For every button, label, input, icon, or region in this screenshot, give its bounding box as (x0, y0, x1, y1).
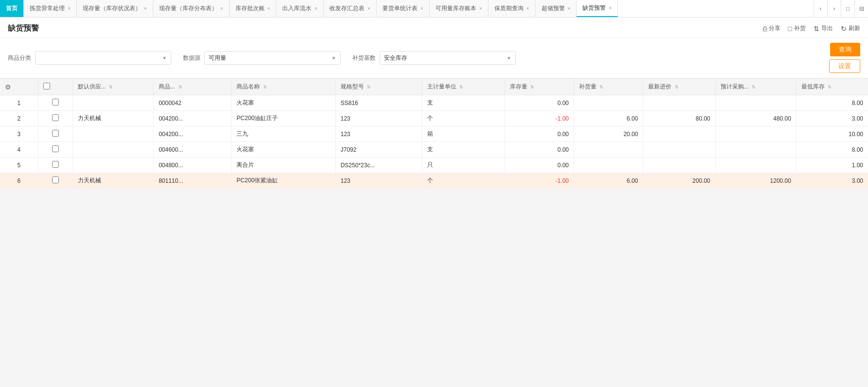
row-checkbox[interactable] (52, 145, 59, 152)
cell-checkbox[interactable] (38, 111, 72, 126)
tab-nav-buttons: ‹ › □ ⊟ (814, 0, 868, 18)
th-replenish[interactable]: 补货量 ⇅ (574, 79, 643, 95)
th-plan-purchase[interactable]: 预计采购... ⇅ (715, 79, 796, 95)
cell-index: 6 (0, 173, 38, 189)
th-stock[interactable]: 库存量 ⇅ (505, 79, 574, 95)
cell-checkbox[interactable] (38, 142, 72, 158)
sort-minstock-icon: ⇅ (828, 85, 832, 89)
tab-stock-dist[interactable]: 现存量（库存分布表） × (153, 0, 230, 17)
tab-inout-flow[interactable]: 出入库流水 × (276, 0, 324, 17)
cell-spec: J7092 (335, 142, 422, 158)
row-checkbox[interactable] (52, 114, 59, 121)
cell-code: 004600... (154, 142, 232, 158)
share-button[interactable]: ⎙ 分享 (763, 24, 780, 33)
tab-close-available-ledger[interactable]: × (479, 6, 482, 11)
select-all-checkbox[interactable] (43, 83, 50, 89)
tab-stock-status[interactable]: 现存量（库存状况表） × (77, 0, 153, 17)
cell-latest-price (643, 95, 715, 111)
cell-index: 5 (0, 158, 38, 173)
tab-close-shortage[interactable]: × (609, 5, 612, 11)
row-checkbox[interactable] (52, 176, 59, 183)
tab-close-overstock[interactable]: × (568, 6, 571, 11)
export-icon: ⇅ (814, 25, 819, 33)
tab-restore[interactable]: □ (841, 0, 854, 18)
cell-unit: 个 (422, 111, 505, 126)
tab-close-stock-status[interactable]: × (144, 6, 147, 11)
filter-group-category: 商品分类 ▼ (8, 51, 171, 65)
page-content: 缺货预警 ⎙ 分享 □ 补货 ⇅ 导出 ↻ 刷新 商品分类 (0, 18, 868, 189)
cell-unit: 箱 (422, 126, 505, 142)
datasource-select[interactable]: 可用量 ▼ (204, 51, 341, 65)
data-table: ⚙ 默认供应... ⇅ 商品... ⇅ 商品名称 ⇅ (0, 78, 868, 189)
cell-checkbox[interactable] (38, 126, 72, 142)
replenish-basis-select-arrow: ▼ (506, 55, 511, 61)
row-checkbox[interactable] (52, 130, 59, 137)
tab-abnormal[interactable]: 拣货异常处理 × (24, 0, 77, 17)
table-row: 5 004800... 离合片 DS250*23c... 只 0.00 1.00 (0, 158, 868, 173)
sort-code-icon: ⇅ (179, 85, 182, 89)
cell-code: 0000042 (154, 95, 232, 111)
tab-home[interactable]: 首页 (0, 0, 24, 17)
cell-index: 1 (0, 95, 38, 111)
th-checkbox[interactable] (38, 79, 72, 95)
cell-replenish (574, 142, 643, 158)
cell-latest-price: 200.00 (643, 173, 715, 189)
cell-min-stock: 3.00 (796, 111, 868, 126)
tab-available-ledger[interactable]: 可用量库存账本 × (430, 0, 488, 17)
tab-close-stock-dist[interactable]: × (220, 6, 223, 11)
cell-name: 火花塞 (232, 142, 336, 158)
th-min-stock[interactable]: 最低库存 ⇅ (796, 79, 868, 95)
cell-replenish: 6.00 (574, 173, 643, 189)
table-row: 3 004200... 三九 123 箱 0.00 20.00 10.00 (0, 126, 868, 142)
tab-shortage[interactable]: 缺货预警 × (577, 0, 618, 17)
cell-min-stock: 10.00 (796, 126, 868, 142)
cell-plan-purchase: 480.00 (715, 111, 796, 126)
table-row: 4 004600... 火花塞 J7092 支 0.00 8.00 (0, 142, 868, 158)
cell-replenish (574, 95, 643, 111)
th-gear[interactable]: ⚙ (0, 79, 38, 95)
replenish-button[interactable]: □ 补货 (788, 24, 806, 33)
refresh-button[interactable]: ↻ 刷新 (841, 24, 860, 33)
cell-checkbox[interactable] (38, 95, 72, 111)
tab-batch[interactable]: 库存批次账 × (230, 0, 277, 17)
datasource-label: 数据源 (183, 54, 200, 62)
replenish-basis-select[interactable]: 安全库存 ▼ (380, 51, 516, 65)
tab-close-inout-flow[interactable]: × (314, 6, 317, 11)
cell-unit: 支 (422, 95, 505, 111)
tab-fullscreen[interactable]: ⊟ (854, 0, 868, 18)
tab-overstock[interactable]: 超储预警 × (536, 0, 577, 17)
category-select[interactable]: ▼ (35, 51, 171, 65)
tab-close-abnormal[interactable]: × (68, 6, 71, 11)
tab-close-requisition[interactable]: × (420, 6, 423, 11)
cell-index: 3 (0, 126, 38, 142)
tab-close-expiry[interactable]: × (526, 6, 529, 11)
row-checkbox[interactable] (52, 161, 59, 168)
tab-scroll-right[interactable]: › (827, 0, 841, 18)
tab-receive-summary[interactable]: 收发存汇总表 × (324, 0, 377, 17)
cell-plan-purchase (715, 126, 796, 142)
tab-close-receive-summary[interactable]: × (367, 6, 370, 11)
th-latest-price[interactable]: 最新进价 ⇅ (643, 79, 715, 95)
query-button[interactable]: 查询 (830, 43, 860, 56)
cell-index: 4 (0, 142, 38, 158)
tab-close-batch[interactable]: × (268, 6, 271, 11)
settings-button[interactable]: 设置 (829, 59, 860, 73)
row-checkbox[interactable] (52, 99, 59, 106)
cell-checkbox[interactable] (38, 173, 72, 189)
tab-expiry[interactable]: 保质期查询 × (488, 0, 536, 17)
filter-actions: 查询 设置 (829, 43, 860, 73)
th-spec[interactable]: 规格型号 ⇅ (335, 79, 422, 95)
tab-requisition[interactable]: 要货单统计表 × (377, 0, 430, 17)
cell-plan-purchase (715, 142, 796, 158)
cell-plan-purchase (715, 158, 796, 173)
table-body: 1 0000042 火花塞 SS816 支 0.00 8.00 2 力天机械 0… (0, 95, 868, 189)
export-button[interactable]: ⇅ 导出 (814, 24, 833, 33)
th-code[interactable]: 商品... ⇅ (154, 79, 232, 95)
th-name[interactable]: 商品名称 ⇅ (232, 79, 336, 95)
th-supplier[interactable]: 默认供应... ⇅ (73, 79, 154, 95)
cell-stock: -1.00 (505, 173, 574, 189)
th-unit[interactable]: 主计量单位 ⇅ (422, 79, 505, 95)
cell-checkbox[interactable] (38, 158, 72, 173)
tab-scroll-left[interactable]: ‹ (814, 0, 827, 18)
replenish-basis-label: 补货基数 (352, 54, 376, 62)
